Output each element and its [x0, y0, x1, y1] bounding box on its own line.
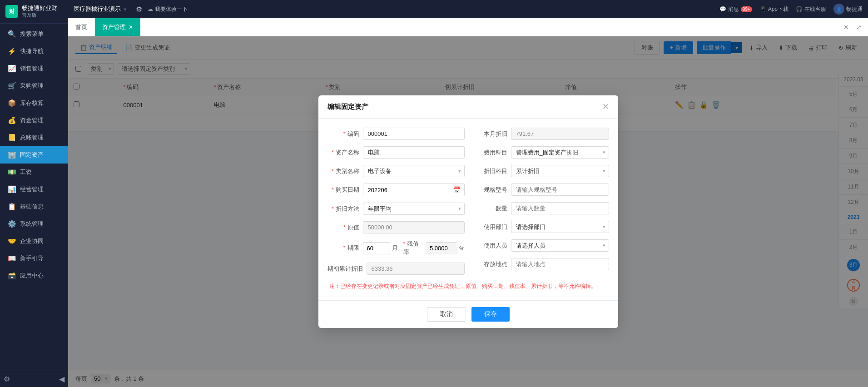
window-maximize-btn[interactable]: ⤢	[853, 22, 864, 33]
online-service-btn[interactable]: 🎧 在线客服	[796, 5, 826, 13]
dep-method-select[interactable]: 年限平均	[363, 203, 465, 215]
spec-label: 规格型号	[476, 186, 507, 194]
initial-dep-input[interactable]	[367, 263, 465, 275]
sidebar-item-search[interactable]: 🔍 搜索菜单	[0, 25, 68, 43]
sidebar: 财 畅捷通好业财 普及版 🔍 搜索菜单 ⚡ 快捷导航 📈 销售管理 🛒 采购管理…	[0, 0, 68, 387]
cart-icon: 🛒	[7, 82, 16, 90]
settings-bottom-icon[interactable]: ⚙	[4, 375, 10, 383]
sidebar-item-sales[interactable]: 📈 销售管理	[0, 60, 68, 77]
basic-icon: 📋	[7, 203, 16, 211]
purchase-date-input-wrapper: 📅	[363, 184, 465, 196]
sidebar-item-basic[interactable]: 📋 基础信息	[0, 198, 68, 215]
search-icon: 🔍	[7, 30, 16, 38]
window-close-btn[interactable]: ✕	[841, 22, 852, 33]
cancel-button[interactable]: 取消	[427, 307, 466, 322]
dep-account-select[interactable]: 累计折旧	[511, 165, 609, 177]
guide-icon: 📖	[7, 254, 16, 263]
box-icon: 📦	[7, 99, 16, 107]
form-row-location: 存放地点	[476, 258, 609, 270]
form-row-user: 使用人员 请选择人员	[476, 239, 609, 252]
form-row-quantity: 数量	[476, 202, 609, 214]
collapse-icon[interactable]: ◀	[59, 375, 64, 383]
code-input[interactable]	[363, 128, 465, 140]
tab-close-icon[interactable]: ✕	[129, 24, 133, 30]
calendar-icon[interactable]: 📅	[449, 184, 464, 196]
form-row-monthly-dep: 本月折旧	[476, 128, 609, 140]
sidebar-nav: 🔍 搜索菜单 ⚡ 快捷导航 📈 销售管理 🛒 采购管理 📦 库存核算 💰 资金管…	[0, 24, 68, 371]
logo-text: 畅捷通好业财 普及版	[22, 5, 57, 19]
message-btn[interactable]: 💬 消息 99+	[719, 5, 752, 13]
content-area: 📋 资产明细 📄 变更生成凭证 对账 + 新增 批量操作 ▾ ⬇ 导入	[68, 36, 868, 387]
lightning-icon: ⚡	[7, 47, 16, 55]
save-button[interactable]: 保存	[471, 307, 510, 322]
money-icon: 💰	[7, 116, 16, 124]
asset-name-input[interactable]	[363, 146, 465, 159]
form-row-original-value: * 原值	[327, 221, 465, 233]
sidebar-item-system[interactable]: ⚙️ 系统管理	[0, 215, 68, 233]
dep-method-label: * 折旧方法	[327, 205, 359, 213]
department-label: 使用部门	[476, 223, 507, 231]
main-area: 医疗器械行业演示 ▾ ⚙ ☁ 我要体验一下 💬 消息 99+ 📱 App下载 🎧…	[68, 0, 868, 387]
sidebar-item-apps[interactable]: 🗃️ 应用中心	[0, 267, 68, 284]
spec-input[interactable]	[511, 184, 609, 196]
service-icon: 🎧	[796, 6, 803, 12]
form-row-dep-account: 折旧科目 累计折旧	[476, 165, 609, 177]
salary-icon: 💵	[7, 168, 16, 176]
location-input[interactable]	[511, 258, 609, 270]
residual-rate-input[interactable]	[426, 242, 457, 254]
quantity-label: 数量	[476, 204, 507, 213]
category-select-modal[interactable]: 电子设备	[363, 165, 465, 177]
asset-name-label: * 资产名称	[327, 149, 359, 157]
user-btn[interactable]: 👤 畅捷通	[833, 4, 863, 15]
sidebar-item-purchase[interactable]: 🛒 采购管理	[0, 77, 68, 94]
modal-footer: 取消 保存	[318, 300, 618, 328]
window-controls: ✕ ⤢	[841, 22, 868, 33]
sidebar-item-quick[interactable]: ⚡ 快捷导航	[0, 43, 68, 60]
tab-home[interactable]: 首页	[68, 18, 95, 36]
form-row-asset-name: * 资产名称	[327, 146, 465, 159]
sidebar-item-operation[interactable]: 📊 经营管理	[0, 181, 68, 198]
period-label: * 期限	[327, 244, 359, 252]
tab-asset-management[interactable]: 资产管理 ✕	[95, 18, 140, 36]
topbar-right: 💬 消息 99+ 📱 App下载 🎧 在线客服 👤 畅捷通	[719, 4, 863, 15]
app-download-btn[interactable]: 📱 App下载	[759, 5, 789, 13]
quantity-input[interactable]	[511, 202, 609, 214]
sidebar-item-guide[interactable]: 📖 新手引导	[0, 250, 68, 267]
apps-icon: 🗃️	[7, 272, 16, 280]
tabbar: 首页 资产管理 ✕ ✕ ⤢	[68, 18, 868, 36]
download-icon: 📱	[759, 6, 766, 12]
department-select[interactable]: 请选择部门	[511, 221, 609, 233]
feedback-btn[interactable]: ☁ 我要体验一下	[148, 5, 188, 13]
form-row-purchase-date: * 购买日期 📅	[327, 184, 465, 196]
sidebar-item-inventory[interactable]: 📦 库存核算	[0, 94, 68, 112]
form-row-initial-dep: 期初累计折旧	[327, 263, 465, 275]
residual-rate-label: * 残值率	[403, 240, 424, 256]
department-select-wrapper: 请选择部门	[511, 221, 609, 233]
modal-note: 注：已经存在变更记录或者对应固定资产已经生成凭证，原值、购买日期、残值率、累计折…	[327, 282, 609, 291]
form-right-col: 本月折旧 费用科目 管理费用_固定资产折旧	[476, 128, 609, 275]
monthly-dep-label: 本月折旧	[476, 130, 507, 138]
modal-close-icon[interactable]: ✕	[602, 102, 609, 112]
expense-account-select[interactable]: 管理费用_固定资产折旧	[511, 146, 609, 159]
sidebar-item-coop[interactable]: 🤝 企业协同	[0, 233, 68, 250]
logo-icon: 财	[5, 5, 18, 18]
code-label: * 编码	[327, 130, 359, 138]
modal-overlay: 编辑固定资产 ✕ * 编码	[68, 36, 868, 387]
original-value-input[interactable]	[363, 221, 465, 233]
settings-btn[interactable]: ⚙	[136, 5, 142, 14]
monthly-dep-input	[511, 128, 609, 140]
form-row-code: * 编码	[327, 128, 465, 140]
edit-asset-modal: 编辑固定资产 ✕ * 编码	[318, 95, 618, 327]
sidebar-item-finance[interactable]: 💰 资金管理	[0, 112, 68, 129]
period-input[interactable]	[363, 242, 390, 254]
sidebar-item-salary[interactable]: 💵 工资	[0, 164, 68, 181]
sidebar-item-general[interactable]: 📒 总账管理	[0, 129, 68, 146]
topbar: 医疗器械行业演示 ▾ ⚙ ☁ 我要体验一下 💬 消息 99+ 📱 App下载 🎧…	[68, 0, 868, 18]
user-select[interactable]: 请选择人员	[511, 239, 609, 252]
purchase-date-input[interactable]	[363, 184, 449, 196]
coop-icon: 🤝	[7, 237, 16, 245]
modal-body: * 编码 * 资产名称	[318, 119, 618, 300]
message-badge: 99+	[741, 6, 752, 12]
sidebar-bottom: ⚙ ◀	[0, 371, 68, 387]
sidebar-item-fixed-assets[interactable]: 🏢 固定资产	[0, 146, 68, 164]
